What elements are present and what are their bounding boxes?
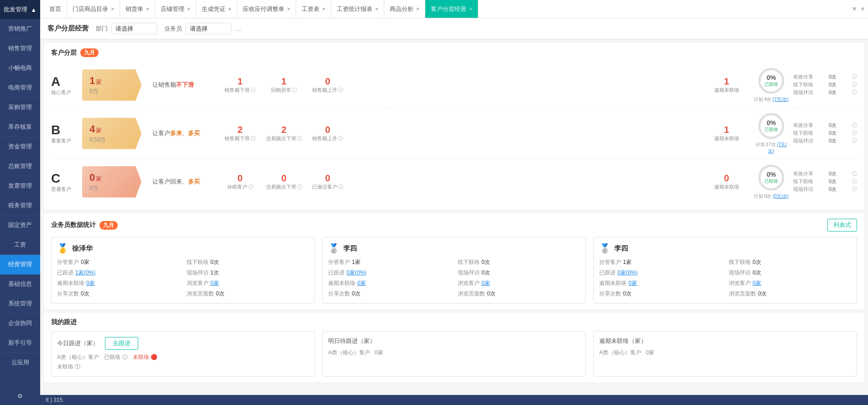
sidebar-item-yingxiao[interactable]: 营销推广	[0, 19, 40, 39]
staff-stat-row: 浏览客户0家	[187, 279, 309, 287]
page-header: 客户分层经营 部门 请选择 业务员 请选择 ...	[40, 18, 868, 39]
sidebar-item-yun[interactable]: 云应用	[0, 353, 40, 373]
sidebar-item-xiaodian[interactable]: 小畅电商	[0, 58, 40, 78]
sales-filter: 业务员 请选择 ...	[164, 23, 241, 34]
tab-actions: ✕ ≡	[848, 5, 864, 12]
tab-label-customer_mgmt: 客户分层经营	[431, 5, 466, 13]
sidebar-item-gongzi[interactable]: 工资	[0, 235, 40, 255]
tier-count-A: 1家0万	[82, 69, 141, 101]
sidebar-item-xinshou[interactable]: 新手引导	[0, 333, 40, 353]
sidebar-item-xiaoshou[interactable]: 销售管理	[0, 39, 40, 58]
status-text: It } 315	[46, 397, 63, 403]
tomorrow-follow-card: 明日待跟进（家） A类（核心）客户 0家	[322, 331, 586, 377]
staff-stat-row: 分享次数0次	[57, 290, 179, 298]
tab-goods_analysis[interactable]: 商品分析×	[384, 0, 425, 18]
sidebar-item-xitong[interactable]: 系统管理	[0, 294, 40, 314]
tab-salary[interactable]: 工资表×	[296, 0, 331, 18]
sidebar-item-gudingzichan[interactable]: 固定资产	[0, 216, 40, 235]
tab-product[interactable]: 门店商品目录×	[67, 0, 120, 18]
tier-row-B: B重要客户4家0.53万让客户多来、多买2销售额下滑 ⓘ2交易频次下滑 ⓘ0销售…	[51, 108, 857, 159]
tab-close-salary[interactable]: ×	[322, 6, 325, 12]
tier-stat-item: 0已激活客户 ⓘ	[309, 173, 346, 190]
sidebar-item-caigou[interactable]: 采购管理	[0, 98, 40, 117]
tab-sales[interactable]: 销货单×	[120, 0, 155, 18]
staff-card-xuzehhua: 🥇徐泽华分管客户0家线下联络0次已跟进1家(0%)现场拜访1次逾期未联络0家浏览…	[51, 237, 315, 304]
sidebar-item-shuiwu[interactable]: 税务管理	[0, 196, 40, 216]
dept-select[interactable]: 请选择	[111, 23, 157, 34]
tab-home[interactable]: 首页	[44, 0, 67, 18]
tab-label-goods_analysis: 商品分析	[390, 5, 413, 13]
list-view-button[interactable]: 列表式	[827, 219, 857, 231]
tab-close-product[interactable]: ×	[111, 6, 114, 12]
staff-stat-row: 浏览客户0家	[458, 279, 580, 287]
sidebar-item-qiye[interactable]: 企业协同	[0, 314, 40, 333]
tab-close-salary_stat[interactable]: ×	[375, 6, 378, 12]
tab-label-product: 门店商品目录	[73, 5, 108, 13]
tier-suggest-A: 让销售额不下滑	[145, 81, 218, 89]
biz-section: 业务员数据统计 九月 列表式 🥇徐泽华分管客户0家线下联络0次已跟进1家(0%)…	[44, 213, 864, 309]
customer-section-title: 客户分层 九月	[51, 48, 857, 57]
staff-stat-row: 浏览页面数0次	[729, 290, 851, 298]
filter-more-icon[interactable]: ...	[235, 25, 241, 33]
tab-close-shop[interactable]: ×	[187, 6, 190, 12]
customer-month-badge: 九月	[80, 48, 99, 57]
tier-count-C: 0家0万	[82, 166, 141, 198]
tier-label-C: C普通客户	[51, 171, 78, 193]
staff-stat-row: 线下联络0次	[187, 258, 309, 266]
tier-stat-item: 0销售额上升 ⓘ	[309, 125, 346, 142]
tab-label-salary: 工资表	[302, 5, 319, 13]
tier-contact-B: 1逾期未联络	[704, 125, 749, 142]
sales-label: 业务员	[164, 25, 182, 33]
today-extra: 未联络 ①	[57, 363, 309, 371]
sidebar-item-zongzhang[interactable]: 总账管理	[0, 157, 40, 176]
tab-close-voucher[interactable]: ×	[228, 6, 231, 12]
sidebar-item-zijin[interactable]: 资金管理	[0, 137, 40, 157]
staff-name-row: 🥈李四	[599, 243, 851, 254]
tab-menu-icon[interactable]: ≡	[861, 5, 864, 12]
tier-row-C: C普通客户0家0万让客户回来、多买0休眠客户 ⓘ0交易频次下滑 ⓘ0已激活客户 …	[51, 159, 857, 204]
sidebar-item-jichu[interactable]: 基础信息	[0, 274, 40, 294]
staff-stat-row: 线下联络0次	[458, 258, 580, 266]
tab-close-customer_mgmt[interactable]: ×	[469, 6, 472, 12]
staff-stats-grid: 分管客户1家线下联络0次已跟进0家(0%)现场拜访0次逾期未联络0家浏览客户0家…	[328, 258, 580, 298]
staff-badge: 🥇	[57, 243, 68, 254]
staff-name-row: 🥈李四	[328, 243, 580, 254]
staff-stats-grid: 分管客户1家线下联络0次已跟进0家(0%)现场拜访0次逾期未联络0家浏览客户0家…	[599, 258, 851, 298]
go-followup-button[interactable]: 去跟进	[105, 337, 138, 350]
sidebar-item-kucun[interactable]: 库存核算	[0, 117, 40, 137]
follow-section: 我的跟进 今日跟进（家） 去跟进 A类（核心）客户 已联络 ⓘ 未联络 🔴 未联…	[44, 313, 864, 382]
tomorrow-title: 明日待跟进（家）	[328, 337, 376, 345]
tier-suggest-C: 让客户回来、多买	[145, 178, 218, 186]
staff-stat-row: 分享次数0次	[328, 290, 450, 298]
sidebar-header[interactable]: 批发管理 ▲	[0, 0, 40, 19]
tab-receivable[interactable]: 应收应付调整单×	[237, 0, 296, 18]
tier-stats-A: 1销售额下滑 ⓘ1回购异常 ⓘ0销售额上升 ⓘ	[222, 76, 700, 94]
tab-customer_mgmt[interactable]: 客户分层经营×	[425, 0, 478, 18]
staff-stat-row: 已跟进1家(0%)	[57, 269, 179, 277]
sales-select[interactable]: 请选择	[186, 23, 231, 34]
close-all-tabs-icon[interactable]: ✕	[852, 5, 857, 12]
today-follow-card: 今日跟进（家） 去跟进 A类（核心）客户 已联络 ⓘ 未联络 🔴 未联络 ①	[51, 331, 315, 377]
tab-shop[interactable]: 店铺管理×	[155, 0, 196, 18]
tier-stat-item: 1销售额下滑 ⓘ	[222, 76, 258, 94]
tier-circle-B: 0% 已联络 计划 17次 (7天/次)	[753, 112, 790, 154]
sidebar-item-jingying[interactable]: 经营管理	[0, 255, 40, 274]
sidebar-item-fapiao[interactable]: 发票管理	[0, 176, 40, 196]
tab-close-receivable[interactable]: ×	[287, 6, 290, 12]
settings-icon: ⚙	[17, 393, 23, 400]
tab-close-sales[interactable]: ×	[146, 6, 149, 12]
tab-voucher[interactable]: 生成凭证×	[196, 0, 237, 18]
staff-stat-row: 浏览页面数0次	[187, 290, 309, 298]
status-bar: It } 315	[40, 395, 868, 405]
today-title: 今日跟进（家）	[57, 339, 99, 347]
tier-stat-item: 1回购异常 ⓘ	[266, 76, 302, 94]
tab-salary_stat[interactable]: 工资统计报表×	[331, 0, 384, 18]
sidebar-settings[interactable]: ⚙	[0, 387, 40, 405]
tier-stat-item: 0休眠客户 ⓘ	[222, 173, 258, 190]
tomorrow-sub: A类（核心）客户 0家	[328, 349, 580, 357]
tab-close-goods_analysis[interactable]: ×	[416, 6, 419, 12]
sidebar-item-dianshang[interactable]: 电商管理	[0, 78, 40, 98]
staff-stat-row: 逾期未联络0家	[57, 279, 179, 287]
sidebar: 批发管理 ▲ 营销推广销售管理小畅电商电商管理采购管理库存核算资金管理总账管理发…	[0, 0, 40, 405]
tier-stat-item: 2交易频次下滑 ⓘ	[266, 125, 302, 142]
